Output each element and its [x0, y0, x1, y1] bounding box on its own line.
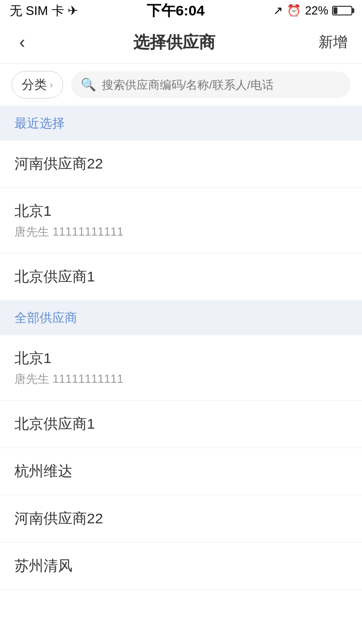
item-name: 北京1	[14, 349, 348, 368]
list-item[interactable]: 北京供应商1	[0, 253, 362, 301]
item-name: 杭州维达	[14, 462, 348, 481]
section-header-all: 全部供应商	[0, 301, 362, 335]
alarm-icon: ⏰	[287, 4, 301, 17]
item-name: 河南供应商22	[14, 154, 348, 174]
item-subtitle: 唐先生 11111111111	[14, 371, 348, 387]
item-name: 北京1	[14, 201, 348, 221]
sim-label: 无 SIM 卡 ✈	[10, 2, 78, 19]
item-subtitle: 唐先生 11111111111	[14, 224, 348, 239]
page-title: 选择供应商	[133, 31, 215, 54]
section-header-label: 全部供应商	[14, 310, 77, 325]
location-icon: ↗	[273, 4, 283, 17]
search-bar: 🔍	[71, 71, 350, 98]
section-header-recent: 最近选择	[0, 106, 362, 140]
battery-icon	[332, 6, 352, 15]
status-bar: 无 SIM 卡 ✈ 下午6:04 ↗ ⏰ 22%	[0, 0, 362, 21]
list-item[interactable]: 河南供应商22	[0, 140, 362, 188]
add-button[interactable]: 新增	[319, 32, 348, 52]
list-item[interactable]: 北京供应商1	[0, 401, 362, 448]
filter-bar: 分类 › 🔍	[0, 64, 362, 106]
list-container: 最近选择河南供应商22北京1唐先生 11111111111北京供应商1全部供应商…	[0, 106, 362, 590]
item-name: 苏州清风	[14, 556, 348, 576]
item-name: 北京供应商1	[14, 414, 348, 434]
section-header-label: 最近选择	[14, 116, 65, 130]
search-icon: 🔍	[81, 77, 96, 92]
list-item[interactable]: 北京1唐先生 11111111111	[0, 188, 362, 253]
list-item[interactable]: 河南供应商22	[0, 495, 362, 543]
search-input[interactable]	[102, 78, 341, 92]
category-button[interactable]: 分类 ›	[12, 71, 63, 98]
nav-bar: ‹ 选择供应商 新增	[0, 21, 362, 64]
status-time: 下午6:04	[147, 1, 205, 21]
list-item[interactable]: 苏州清风	[0, 543, 362, 590]
status-right: ↗ ⏰ 22%	[273, 4, 352, 17]
item-name: 河南供应商22	[14, 509, 348, 529]
battery-label: 22%	[305, 4, 328, 17]
status-left: 无 SIM 卡 ✈	[10, 2, 78, 19]
chevron-right-icon: ›	[50, 79, 53, 90]
list-item[interactable]: 北京1唐先生 11111111111	[0, 335, 362, 401]
back-button[interactable]: ‹	[14, 28, 30, 57]
item-name: 北京供应商1	[14, 267, 348, 287]
list-item[interactable]: 杭州维达	[0, 448, 362, 495]
category-label: 分类	[22, 76, 47, 93]
